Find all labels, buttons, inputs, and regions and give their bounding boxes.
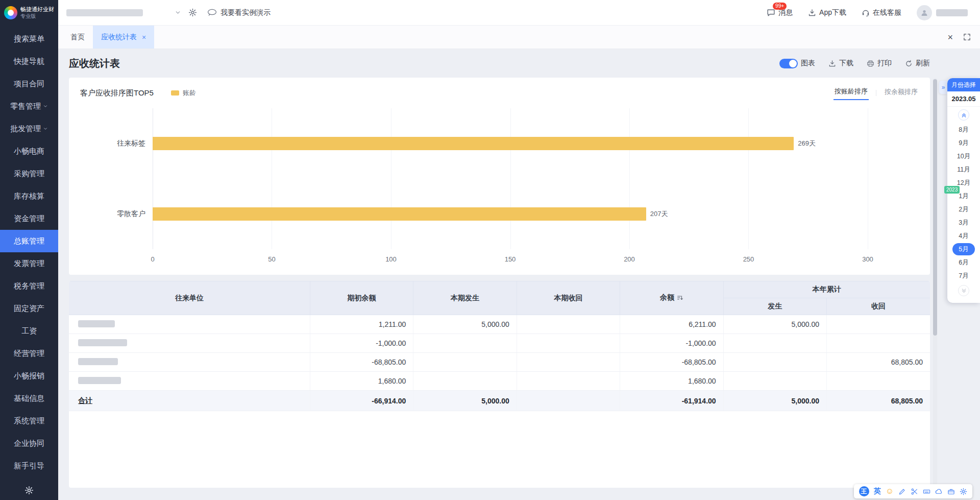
bar-value-label: 207天	[650, 209, 668, 219]
chart-legend[interactable]: 账龄	[171, 88, 196, 98]
month-panel-collapse-handle[interactable]: »	[939, 81, 947, 94]
download-button[interactable]: 下载	[828, 59, 853, 68]
total-label[interactable]: 合计	[78, 396, 92, 404]
settings-gear-icon[interactable]	[188, 8, 197, 17]
redacted-company-cell	[78, 377, 121, 384]
month-option[interactable]: 7月	[947, 269, 980, 282]
chart-toggle[interactable]: 图表	[779, 59, 815, 68]
sidebar-item-wholesale-mgmt[interactable]: 批发管理	[0, 117, 58, 140]
online-support-button[interactable]: 在线客服	[862, 8, 901, 17]
refresh-button[interactable]: 刷新	[905, 59, 930, 68]
ime-language-mode[interactable]: 英	[874, 487, 881, 496]
sidebar-item-project-contract[interactable]: 项目合同	[0, 73, 58, 95]
tab-home[interactable]: 首页	[62, 26, 93, 49]
sidebar-settings-gear-icon[interactable]	[24, 486, 34, 495]
scroll-months-down-button[interactable]	[958, 285, 969, 296]
company-select-dropdown[interactable]	[66, 9, 181, 16]
sort-by-balance-tab[interactable]: 按余额排序	[884, 86, 919, 100]
sidebar-item-general-ledger[interactable]: 总账管理	[0, 230, 58, 252]
app-download-button[interactable]: App下载	[808, 8, 846, 17]
scrollbar-thumb[interactable]	[933, 79, 937, 336]
table-row[interactable]: 1,680.00 1,680.00	[69, 372, 930, 391]
ime-settings-gear-icon[interactable]	[960, 488, 967, 495]
sidebar-item-enterprise-collab[interactable]: 企业协同	[0, 432, 58, 455]
month-option[interactable]: 8月	[947, 123, 980, 136]
sidebar-item-tax-mgmt[interactable]: 税务管理	[0, 275, 58, 297]
nav-label: 发票管理	[14, 259, 44, 269]
month-option[interactable]: 3月	[947, 216, 980, 229]
total-opening: -66,914.00	[310, 391, 413, 411]
sidebar-item-fixed-assets[interactable]: 固定资产	[0, 297, 58, 320]
tab-receivable-report[interactable]: 应收统计表 ×	[93, 26, 154, 49]
sidebar-item-payroll[interactable]: 工资	[0, 320, 58, 342]
table-total-row: 合计 -66,914.00 5,000.00 -61,914.00 5,000.…	[69, 391, 930, 411]
cell-received	[517, 315, 620, 334]
sidebar-item-xiaochang-ecommerce[interactable]: 小畅电商	[0, 140, 58, 162]
content-area: 应收统计表 图表 下载 打印	[58, 49, 980, 500]
axis-tick: 300	[862, 255, 873, 263]
screenshot-scissors-icon[interactable]	[911, 488, 918, 495]
bar-value-label: 269天	[798, 139, 816, 148]
scroll-months-up-button[interactable]	[958, 109, 969, 121]
sidebar-item-inventory-accounting[interactable]: 库存核算	[0, 185, 58, 207]
month-option[interactable]: 11月	[947, 163, 980, 176]
bar-segment[interactable]	[153, 207, 646, 221]
sidebar-item-xiaochang-expense[interactable]: 小畅报销	[0, 365, 58, 387]
legend-swatch	[171, 90, 179, 96]
cell-opening: -68,805.00	[310, 353, 413, 372]
sidebar-item-beginner-guide[interactable]: 新手引导	[0, 455, 58, 477]
nav-label: 批发管理	[10, 124, 41, 134]
chevron-down-icon	[175, 9, 181, 16]
sidebar-item-invoice-mgmt[interactable]: 发票管理	[0, 252, 58, 275]
month-option[interactable]: 6月	[947, 256, 980, 269]
chat-bubble-icon	[767, 8, 775, 17]
sort-by-aging-tab[interactable]: 按账龄排序	[834, 86, 869, 100]
close-icon[interactable]: ×	[947, 33, 953, 42]
chart-toggle-switch[interactable]	[779, 59, 798, 68]
cloud-icon[interactable]	[935, 488, 943, 495]
messages-button[interactable]: 消息 99+	[767, 8, 793, 17]
demo-link[interactable]: 我要看实例演示	[207, 8, 271, 17]
month-option[interactable]: 5月	[952, 243, 975, 255]
soft-keyboard-icon[interactable]	[923, 488, 930, 495]
fullscreen-icon[interactable]	[963, 33, 971, 41]
axis-tick: 250	[743, 255, 754, 263]
toolbox-icon[interactable]	[947, 488, 955, 495]
sort-icon[interactable]	[676, 295, 683, 303]
user-account-menu[interactable]	[917, 5, 968, 20]
sidebar-item-purchase-mgmt[interactable]: 采购管理	[0, 162, 58, 185]
vertical-scrollbar[interactable]	[933, 78, 937, 492]
ime-logo[interactable]: 王	[859, 486, 869, 496]
sidebar-item-basic-info[interactable]: 基础信息	[0, 387, 58, 410]
month-option[interactable]: 10月	[947, 150, 980, 163]
avatar	[917, 5, 932, 20]
redacted-company-cell	[78, 339, 127, 346]
axis-tick: 150	[505, 255, 516, 263]
table-row[interactable]: -1,000.00 -1,000.00	[69, 334, 930, 353]
emoji-icon[interactable]: ☺	[886, 487, 894, 495]
bar-segment[interactable]	[153, 137, 794, 150]
chart-sort-tabs: 按账龄排序 按余额排序	[834, 86, 919, 100]
brand-area: 畅捷通好业财 专业版	[0, 0, 58, 26]
cell-ytd-received	[827, 372, 930, 391]
input-method-toolbar[interactable]: 王 英 ☺	[854, 484, 972, 498]
col-header-current-incurred: 本期发生	[413, 281, 517, 315]
sidebar-item-search-menu[interactable]: 搜索菜单	[0, 28, 58, 50]
print-button[interactable]: 打印	[867, 59, 892, 68]
table-row[interactable]: -68,805.00 -68,805.00 68,805.00	[69, 353, 930, 372]
tab-close-icon[interactable]: ×	[142, 34, 146, 41]
app-download-label: App下载	[819, 8, 846, 17]
handwriting-pencil-icon[interactable]	[898, 488, 906, 495]
bar-row: 零散客户 207天	[80, 206, 868, 222]
sidebar-item-business-mgmt[interactable]: 经营管理	[0, 342, 58, 365]
download-label: 下载	[839, 59, 853, 68]
month-option[interactable]: 2月	[947, 203, 980, 216]
month-option[interactable]: 4月	[947, 229, 980, 243]
table-row[interactable]: 1,211.00 5,000.00 6,211.00 5,000.00	[69, 315, 930, 334]
sidebar-item-quick-nav[interactable]: 快捷导航	[0, 50, 58, 73]
col-header-balance[interactable]: 余额	[620, 281, 723, 315]
month-option[interactable]: 9月	[947, 136, 980, 150]
sidebar-item-funds-mgmt[interactable]: 资金管理	[0, 207, 58, 230]
sidebar-item-system-mgmt[interactable]: 系统管理	[0, 410, 58, 432]
sidebar-item-retail-mgmt[interactable]: 零售管理	[0, 95, 58, 117]
